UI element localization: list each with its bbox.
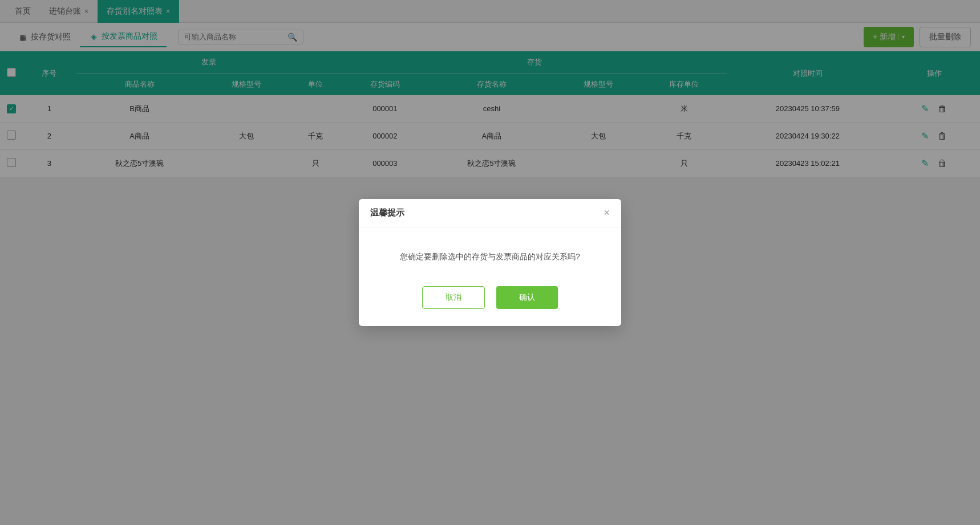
dialog-overlay: 温馨提示 × 您确定要删除选中的存货与发票商品的对应关系吗? 取消 确认 [0, 0, 980, 177]
